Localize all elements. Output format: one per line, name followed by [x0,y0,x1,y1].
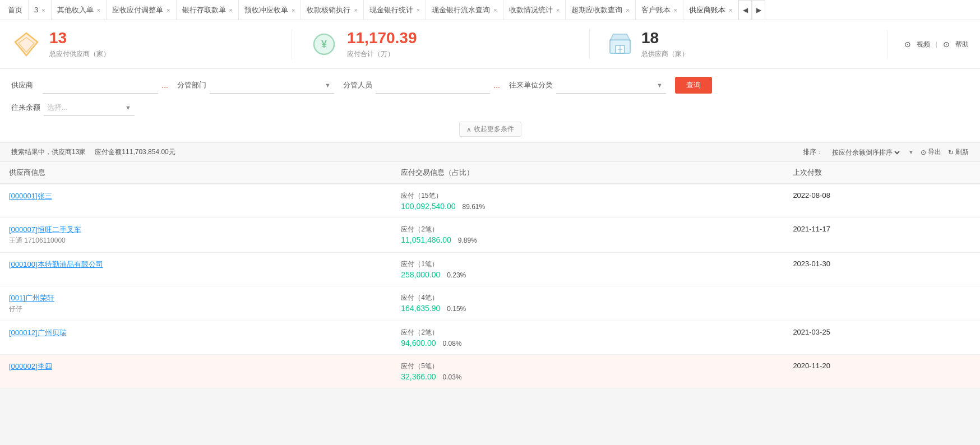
data-table-container: 供应商信息 应付交易信息（占比） 上次付数 [000001]张三应付（15笔）1… [0,162,980,388]
top-navigation: 首页 3 × 其他收入单 × 应收应付调整单 × 银行存取款单 × 预收冲应收单… [0,0,980,20]
help-link[interactable]: 帮助 [955,40,969,49]
nav-tab-supplier-account[interactable]: 供应商账本 × [683,0,738,20]
table-row: [000007]恒旺二手叉车王通 17106110000应付（2笔）11,051… [0,218,980,253]
dept-filter-label: 分管部门 [177,80,206,90]
col-last-payment: 上次付数 [784,162,980,184]
video-icon: ⊙ [904,40,911,49]
filter-supplier: 供应商 ... [11,77,168,94]
nav-tab-supplier-account-close[interactable]: × [729,7,732,13]
filter-area: 供应商 ... 分管部门 ▼ 分管人员 ... 往来单位分类 ▼ 查询 [0,69,980,143]
supplier-filter-label: 供应商 [11,80,39,90]
filter-row-2: 往来余额 选择... ▼ [11,99,969,116]
nav-tab-3[interactable]: 3 × [29,0,52,20]
summary-bar: 13 总应付供应商（家） ¥ 11,170.39 应付合计（万） [0,20,980,69]
video-link[interactable]: 视频 [917,40,930,49]
category-select[interactable]: ▼ [556,77,666,94]
refresh-icon: ↻ [948,149,954,156]
summary-card-payable-suppliers: 13 总应付供应商（家） [11,29,292,59]
person-input[interactable] [376,77,490,94]
summary-card-payable-total: ¥ 11,170.39 应付合计（万） [309,29,590,59]
nav-tab-adjustment-label: 应收应付调整单 [112,5,163,15]
sort-select[interactable]: 按应付余额倒序排序 [830,148,902,157]
nav-tab-cash-bank-stat-close[interactable]: × [417,7,420,13]
col-supplier-info: 供应商信息 [0,162,392,184]
filter-balance: 往来余额 选择... ▼ [11,99,135,116]
svg-text:¥: ¥ [321,39,327,50]
search-button[interactable]: 查询 [675,77,712,94]
filter-dept: 分管部门 ▼ [177,77,334,94]
collapse-button[interactable]: ∧ 收起更多条件 [459,122,521,137]
summary-info-total: 11,170.39 应付合计（万） [347,30,417,59]
supplier-cell: [000007]恒旺二手叉车王通 17106110000 [0,218,392,253]
supplier-link[interactable]: [000001]张三 [9,192,52,200]
payable-cell: 应付（5笔）32,366.000.03% [392,355,784,388]
supplier-link[interactable]: [000002]李四 [9,362,52,370]
nav-tab-overdue-close[interactable]: × [626,7,629,13]
nav-tab-other-income-close[interactable]: × [97,7,100,13]
table-row: [000100]本特勤油品有限公司应付（1笔）258,000.000.23%20… [0,253,980,286]
nav-tab-bank-close[interactable]: × [229,7,233,13]
payable-cell: 应付（15笔）100,092,540.0089.61% [392,184,784,218]
supplier-dots[interactable]: ... [161,81,168,90]
nav-tab-overdue[interactable]: 超期应收款查询 × [566,0,635,20]
balance-filter-label: 往来余额 [11,103,40,113]
nav-tab-bank[interactable]: 银行存取款单 × [177,0,239,20]
dept-select[interactable]: ▼ [210,77,334,94]
filter-row-1: 供应商 ... 分管部门 ▼ 分管人员 ... 往来单位分类 ▼ 查询 [11,77,969,94]
person-filter-label: 分管人员 [343,80,372,90]
export-button[interactable]: ⊙ 导出 [921,147,941,157]
nav-prev-arrow[interactable]: ◀ [738,0,752,20]
nav-tab-collection[interactable]: 收款核销执行 × [301,0,363,20]
nav-tab-flow-query[interactable]: 现金银行流水查询 × [426,0,503,20]
nav-tab-customer-account[interactable]: 客户账本 × [636,0,683,20]
supplier-cell: [001]广州荣轩仔仔 [0,286,392,321]
payable-amount[interactable]: 94,600.00 [401,339,436,347]
nav-tab-customer-account-close[interactable]: × [674,7,677,13]
payable-percent: 0.23% [447,271,466,279]
nav-tab-prepay-close[interactable]: × [292,7,295,13]
supplier-link[interactable]: [000007]恒旺二手叉车 [9,225,81,234]
supplier-link[interactable]: [000100]本特勤油品有限公司 [9,260,103,268]
payable-amount[interactable]: 11,051,486.00 [401,235,451,244]
payable-amount[interactable]: 32,366.00 [401,372,436,381]
nav-tab-other-income[interactable]: 其他收入单 × [52,0,107,20]
nav-tab-collection-stat[interactable]: 收款情况统计 × [503,0,566,20]
nav-tab-home[interactable]: 首页 [2,0,29,20]
payable-total-label: 应付合计（万） [347,49,417,59]
diamond-icon [11,29,41,59]
nav-tab-adjustment-close[interactable]: × [167,7,170,13]
balance-select-value: 选择... [47,103,68,113]
total-suppliers-count: 18 [641,30,688,47]
supplier-link[interactable]: [000012]广州贝瑞 [9,328,67,337]
filter-person: 分管人员 ... [343,77,500,94]
nav-tab-adjustment[interactable]: 应收应付调整单 × [107,0,176,20]
payable-cell: 应付（1笔）258,000.000.23% [392,253,784,286]
result-amount-text: 应付金额111,703,854.00元 [95,147,175,157]
nav-tab-prepay[interactable]: 预收冲应收单 × [239,0,301,20]
payable-amount[interactable]: 258,000.00 [401,270,440,279]
nav-tab-3-close[interactable]: × [41,7,45,13]
supplier-input[interactable] [43,77,158,94]
payable-count: 应付（4笔） [401,293,775,303]
payable-amount[interactable]: 164,635.90 [401,304,440,313]
nav-next-arrow[interactable]: ▶ [752,0,765,20]
table-row: [001]广州荣轩仔仔应付（4笔）164,635.900.15% [0,286,980,321]
person-dots[interactable]: ... [493,81,500,90]
supplier-link[interactable]: [001]广州荣轩 [9,294,54,302]
payable-percent: 0.03% [442,373,461,381]
nav-tab-collection-stat-close[interactable]: × [556,7,560,13]
nav-tab-bank-label: 银行存取款单 [182,5,226,15]
summary-info-total-suppliers: 18 总供应商（家） [641,30,688,59]
nav-tab-cash-bank-stat-label: 现金银行统计 [369,5,413,15]
balance-select[interactable]: 选择... ▼ [44,99,135,116]
nav-tab-flow-query-close[interactable]: × [493,7,497,13]
payable-suppliers-count: 13 [49,30,110,47]
nav-tab-cash-bank-stat[interactable]: 现金银行统计 × [364,0,426,20]
nav-tab-supplier-account-label: 供应商账本 [689,5,725,15]
nav-tab-collection-close[interactable]: × [354,7,357,13]
last-payment-cell [784,286,980,321]
payable-count: 应付（5笔） [401,361,775,371]
refresh-button[interactable]: ↻ 刷新 [948,147,969,157]
payable-amount[interactable]: 100,092,540.00 [401,202,455,211]
help-icon: ⊙ [943,40,950,49]
